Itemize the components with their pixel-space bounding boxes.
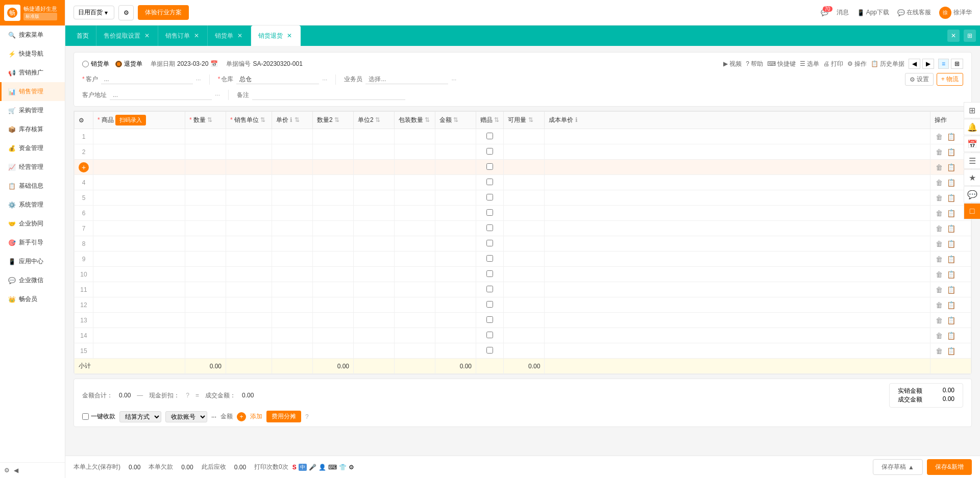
radio-return[interactable]: 退货单 [115,60,142,68]
save-draft-button[interactable]: 保存草稿 ▲ [873,459,923,475]
copy-button-12[interactable]: 📋 [946,300,957,310]
price-cell-8[interactable] [272,236,313,251]
unit-cell-10[interactable] [226,267,272,282]
gift-check-3[interactable] [486,163,493,170]
price-cell-12[interactable] [272,297,313,313]
cost-cell-14[interactable] [545,328,930,343]
copy-button-15[interactable]: 📋 [946,346,957,356]
product-cell-15[interactable] [93,343,185,359]
qty2-cell-11[interactable] [313,282,354,297]
select-btn[interactable]: ☰ 选单 [800,60,819,68]
product-cell-13[interactable] [93,313,185,328]
price-cell-10[interactable] [272,267,313,282]
sidebar-item-10[interactable]: 🤝 企业协同 [0,214,65,233]
amount-cell-5[interactable] [435,190,476,206]
available-cell-6[interactable] [504,206,545,221]
amount-cell-10[interactable] [435,267,476,282]
user-profile[interactable]: 徐 徐泽华 [939,7,972,19]
delete-button-9[interactable]: 🗑 [935,254,944,264]
product-cell-11[interactable] [93,282,185,297]
unit2-cell-6[interactable] [354,206,395,221]
qty2-cell-1[interactable] [313,129,354,144]
pack-cell-9[interactable] [395,251,435,267]
right-tool-chat[interactable]: 💬 [964,186,980,203]
gift-check-7[interactable] [486,224,493,231]
cost-cell-3[interactable] [545,160,930,175]
gift-check-6[interactable] [486,209,493,216]
pack-cell-2[interactable] [395,144,435,160]
cost-cell-5[interactable] [545,190,930,206]
unit-cell-7[interactable] [226,221,272,236]
app-download-link[interactable]: 📱 App下载 [857,8,889,17]
product-cell-6[interactable] [93,206,185,221]
copy-button-2[interactable]: 📋 [946,147,957,157]
cost-cell-2[interactable] [545,144,930,160]
copy-button-5[interactable]: 📋 [946,193,957,203]
product-cell-5[interactable] [93,190,185,206]
gift-check-11[interactable] [486,286,493,292]
product-cell-1[interactable] [93,129,185,144]
available-cell-12[interactable] [504,297,545,313]
price-cell-15[interactable] [272,343,313,359]
right-tool-bell[interactable]: 🔔 [964,119,980,135]
price-cell-14[interactable] [272,328,313,343]
unit2-cell-15[interactable] [354,343,395,359]
unit-cell-15[interactable] [226,343,272,359]
unit-cell-1[interactable] [226,129,272,144]
qty-cell-13[interactable] [185,313,226,328]
amount-cell-2[interactable] [435,144,476,160]
sidebar-item-6[interactable]: 💰 资金管理 [0,139,65,158]
pack-cell-11[interactable] [395,282,435,297]
print-btn[interactable]: 🖨 打印 [823,60,843,68]
settings-icon[interactable]: ⚙ [4,467,10,474]
pack-cell-6[interactable] [395,206,435,221]
next-doc-button[interactable]: ▶ [922,59,934,69]
salesperson-dots[interactable]: ··· [451,76,456,83]
tab-2[interactable]: 销售订单✕ [158,26,208,46]
product-cell-12[interactable] [93,297,185,313]
available-cell-8[interactable] [504,236,545,251]
pack-cell-14[interactable] [395,328,435,343]
product-cell-2[interactable] [93,144,185,160]
right-tool-star[interactable]: ★ [964,169,980,186]
gift-check-15[interactable] [486,347,493,354]
salesperson-input[interactable] [365,74,448,84]
sidebar-item-8[interactable]: 📋 基础信息 [0,177,65,195]
warehouse-dots[interactable]: ··· [322,76,327,83]
shortcut-btn[interactable]: ⌨ 快捷键 [767,60,796,68]
delete-button-3[interactable]: 🗑 [935,162,944,172]
unit2-cell-8[interactable] [354,236,395,251]
tab-close-2[interactable]: ✕ [193,32,200,39]
close-tab-button[interactable]: ✕ [947,30,960,42]
settings-button[interactable]: ⚙ 设置 [905,73,934,86]
qty2-cell-2[interactable] [313,144,354,160]
delete-button-11[interactable]: 🗑 [935,285,944,295]
expand-button[interactable]: ⊞ [964,30,976,42]
qty2-cell-7[interactable] [313,221,354,236]
available-cell-3[interactable] [504,160,545,175]
available-cell-5[interactable] [504,190,545,206]
gift-check-14[interactable] [486,332,493,338]
warehouse-input[interactable] [236,74,319,84]
copy-button-9[interactable]: 📋 [946,254,957,264]
product-cell-3[interactable] [93,160,185,175]
qty2-cell-14[interactable] [313,328,354,343]
collapse-icon[interactable]: ◀ [14,467,18,474]
copy-button-1[interactable]: 📋 [946,132,957,142]
qty-cell-8[interactable] [185,236,226,251]
unit-cell-13[interactable] [226,313,272,328]
available-cell-2[interactable] [504,144,545,160]
gift-check-9[interactable] [486,255,493,262]
gift-check-13[interactable] [486,316,493,323]
note-input[interactable] [252,90,405,100]
unit2-cell-5[interactable] [354,190,395,206]
delete-button-7[interactable]: 🗑 [935,223,944,234]
qty-cell-15[interactable] [185,343,226,359]
delete-button-15[interactable]: 🗑 [935,346,944,356]
one-key-check[interactable] [82,413,89,420]
amount-cell-8[interactable] [435,236,476,251]
gift-check-1[interactable] [486,133,493,139]
price-cell-7[interactable] [272,221,313,236]
copy-button-13[interactable]: 📋 [946,315,957,325]
qty-cell-6[interactable] [185,206,226,221]
